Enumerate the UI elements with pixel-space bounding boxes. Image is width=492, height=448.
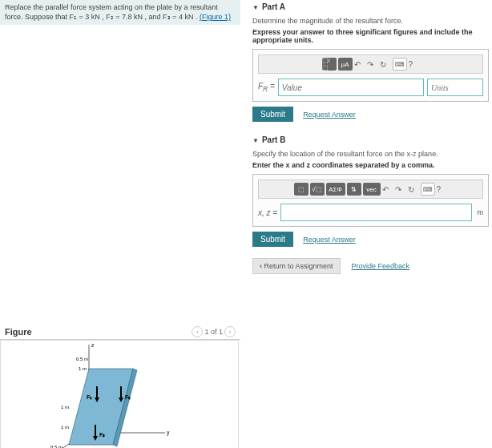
- units-icon[interactable]: μA: [338, 58, 353, 71]
- force-f3-label: F₃: [99, 432, 105, 438]
- fraction-icon[interactable]: ⬚/⬚: [322, 58, 337, 71]
- axis-z-label: z: [91, 342, 95, 348]
- part-a-instructions: Express your answer to three significant…: [252, 28, 489, 44]
- sqrt-icon[interactable]: √⬚: [310, 183, 325, 196]
- dim-05m-a: 0.5 m: [76, 357, 88, 361]
- redo-icon[interactable]: ↷: [367, 60, 378, 69]
- problem-statement: Replace the parallel force system acting…: [0, 0, 240, 25]
- axis-y-label: y: [167, 430, 170, 436]
- part-b-submit-button[interactable]: Submit: [252, 232, 293, 247]
- part-a-label: FR =: [258, 82, 275, 93]
- dim-05m-b: 0.5 m: [50, 445, 63, 448]
- figure-pager-text: 1 of 1: [204, 328, 223, 336]
- reset-icon[interactable]: ↻: [408, 185, 419, 194]
- force-f2-label: F₂: [125, 394, 131, 400]
- part-a-prompt: Determine the magnitude of the resultant…: [252, 17, 489, 25]
- part-b-instructions: Enter the x and z coordinates separated …: [252, 161, 489, 169]
- undo-icon[interactable]: ↶: [382, 185, 393, 194]
- sort-icon[interactable]: ⇅: [347, 183, 361, 196]
- force-f1-label: F₁: [87, 394, 92, 400]
- help-icon[interactable]: ?: [437, 185, 448, 194]
- figure-link[interactable]: (Figure 1): [200, 13, 231, 21]
- reset-icon[interactable]: ↻: [380, 60, 391, 69]
- part-a-units-input[interactable]: [427, 79, 483, 96]
- part-a-header[interactable]: Part A: [252, 0, 489, 14]
- provide-feedback-link[interactable]: Provide Feedback: [352, 262, 410, 270]
- redo-icon[interactable]: ↷: [395, 185, 406, 194]
- part-a-submit-button[interactable]: Submit: [252, 107, 293, 122]
- figure-prev-button[interactable]: ‹: [192, 326, 203, 337]
- dim-1m-a: 1 m: [79, 366, 87, 371]
- part-b-header[interactable]: Part B: [252, 133, 489, 147]
- keyboard-icon[interactable]: ⌨: [393, 58, 407, 71]
- part-a: Part A Determine the magnitude of the re…: [252, 0, 489, 122]
- figure-next-button[interactable]: ›: [224, 326, 236, 337]
- return-to-assignment-button[interactable]: Return to Assignment: [252, 258, 341, 274]
- dim-1m-c: 1 m: [61, 425, 69, 430]
- figure-title: Figure: [5, 327, 32, 337]
- part-b: Part B Specify the location of the resul…: [252, 133, 489, 247]
- figure-image: z y x F₁ F₂ F₃ 0.5 m 1 m 1 m 1 m 0.5 m: [0, 340, 239, 448]
- part-b-answer-box: ⬚ √⬚ ΑΣΦ ⇅ vec ↶ ↷ ↻ ⌨ ? x, z = m: [252, 174, 489, 227]
- part-b-prompt: Specify the location of the resultant fo…: [252, 150, 489, 158]
- problem-values: F₁ = 3 kN , F₂ = 7.8 kN , and F₃ = 4 kN …: [70, 13, 200, 21]
- part-b-unit: m: [478, 208, 484, 216]
- part-a-answer-box: ⬚/⬚ μA ↶ ↷ ↻ ⌨ ? FR =: [252, 49, 489, 102]
- template-icon[interactable]: ⬚: [294, 183, 309, 196]
- help-icon[interactable]: ?: [409, 60, 420, 69]
- part-b-value-input[interactable]: [280, 204, 471, 221]
- part-b-request-answer-link[interactable]: Request Answer: [303, 236, 356, 244]
- part-a-value-input[interactable]: [278, 79, 424, 96]
- keyboard-icon[interactable]: ⌨: [421, 183, 435, 196]
- greek-icon[interactable]: ΑΣΦ: [326, 183, 345, 196]
- undo-icon[interactable]: ↶: [354, 60, 365, 69]
- part-a-toolbar: ⬚/⬚ μA ↶ ↷ ↻ ⌨ ?: [258, 54, 483, 74]
- vec-icon[interactable]: vec: [363, 183, 381, 196]
- part-b-label: x, z =: [258, 208, 277, 217]
- dim-1m-b: 1 m: [61, 405, 69, 410]
- part-b-toolbar: ⬚ √⬚ ΑΣΦ ⇅ vec ↶ ↷ ↻ ⌨ ?: [258, 180, 483, 199]
- part-a-request-answer-link[interactable]: Request Answer: [303, 111, 356, 119]
